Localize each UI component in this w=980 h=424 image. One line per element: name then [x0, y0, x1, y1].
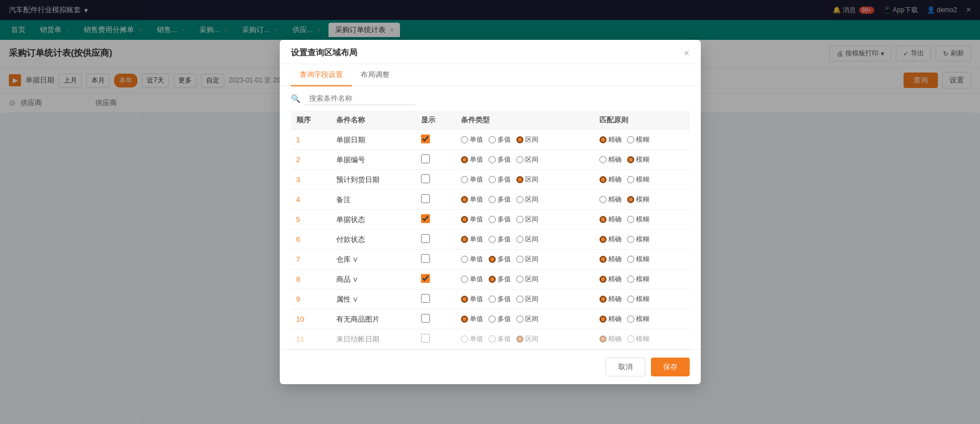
th-name: 条件名称 — [331, 111, 415, 113]
modal-tab-layout[interactable]: 布局调整 — [352, 64, 398, 86]
th-match: 匹配原则 — [594, 111, 689, 113]
modal-tabs: 查询字段设置 布局调整 — [280, 64, 701, 86]
search-icon: 🔍 — [291, 94, 300, 103]
search-input[interactable] — [305, 92, 415, 105]
th-display: 显示 — [415, 111, 455, 113]
th-type: 条件类型 — [455, 111, 594, 113]
settings-modal: 设置查询区域布局 × 查询字段设置 布局调整 🔍 顺序 条件名称 显示 条件类型 — [280, 40, 701, 113]
modal-backdrop: 设置查询区域布局 × 查询字段设置 布局调整 🔍 顺序 条件名称 显示 条件类型 — [0, 0, 980, 113]
modal-title: 设置查询区域布局 — [291, 48, 357, 58]
modal-tab-fields[interactable]: 查询字段设置 — [291, 64, 352, 86]
modal-close-button[interactable]: × — [684, 48, 690, 58]
modal-header: 设置查询区域布局 × — [280, 40, 701, 64]
modal-search-area: 🔍 — [280, 86, 701, 111]
modal-table: 顺序 条件名称 显示 条件类型 匹配原则 1单据日期单值多值区间精确模糊2单据编… — [280, 111, 701, 113]
th-seq: 顺序 — [291, 111, 331, 113]
